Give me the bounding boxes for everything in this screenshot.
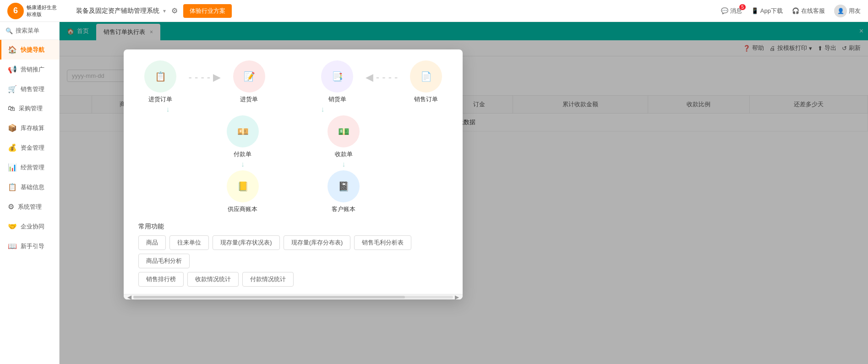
logo-icon: 6 (7, 3, 24, 19)
modal-content: 📋 进货订单 - - - - ▶ 📝 (124, 49, 463, 294)
service-icon: 🎧 (792, 7, 799, 14)
flow-sales-order-node[interactable]: 📄 销售订单 (410, 60, 442, 103)
flow-purchase-order[interactable]: 📋 进货订单 (144, 60, 176, 103)
online-service-button[interactable]: 🎧 在线客服 (792, 7, 825, 15)
func-btn-stock-dist[interactable]: 现存量(库存分布表) (284, 235, 351, 250)
sidebar-item-sales[interactable]: 🛒 销售管理 (0, 79, 59, 99)
app-container: 6 畅康通好生意 标准版 装备及固定资产辅助管理系统 ▾ ⚙ 体验行业方案 💬 … (0, 0, 868, 364)
content-area: 🏠 首页 销售订单执行表 × × ❓ 帮助 🖨 按模板打印 ▾ (60, 22, 868, 364)
settings-icon[interactable]: ⚙ (171, 6, 178, 15)
flow-receipt-bill[interactable]: 💵 收款单 (328, 115, 360, 158)
marketing-icon: 📢 (8, 65, 17, 74)
func-btn-partners[interactable]: 往来单位 (169, 235, 209, 250)
flow-customer-ledger[interactable]: 📓 客户账本 (328, 170, 360, 213)
svg-text:💵: 💵 (338, 126, 349, 137)
flow-row-3: 📒 供应商账本 📓 客户账本 (138, 170, 448, 213)
payment-bill-circle: 💴 (227, 115, 259, 147)
func-btn-receipt-stats[interactable]: 收款情况统计 (187, 272, 239, 287)
top-right-actions: 💬 消息 5 📱 App下载 🎧 在线客服 👤 用友 (721, 5, 861, 17)
user-menu-button[interactable]: 👤 用友 (834, 5, 861, 17)
func-buttons-row1: 商品 往来单位 现存量(库存状况表) 现存量(库存分布表) 销售毛利分析表 商品… (138, 235, 448, 268)
func-btn-sales-rank[interactable]: 销售排行榜 (138, 272, 184, 287)
flow-sales-bill[interactable]: 📑 销货单 (321, 60, 353, 103)
receipt-bill-label: 收款单 (335, 150, 353, 158)
inventory-icon: 📦 (8, 124, 17, 132)
arrow-down-1: ↓ (152, 105, 184, 114)
scrollbar-left-arrow[interactable]: ◀ (126, 294, 133, 300)
func-btn-product-profit[interactable]: 商品毛利分析 (138, 254, 190, 268)
main-area: 🔍 搜索菜单 🏠 快捷导航 📢 营销推广 🛒 销售管理 🛍 采购管理 📦 (0, 22, 868, 364)
func-btn-payment-stats[interactable]: 付款情况统计 (242, 272, 294, 287)
purchase-order-label: 进货订单 (148, 95, 172, 103)
sidebar-search[interactable]: 🔍 搜索菜单 (0, 22, 59, 40)
func-btn-product[interactable]: 商品 (138, 235, 166, 250)
sidebar-item-system[interactable]: ⚙ 系统管理 (0, 197, 59, 217)
system-dropdown-icon[interactable]: ▾ (163, 8, 166, 14)
scrollbar-track[interactable] (133, 296, 453, 299)
customer-ledger-label: 客户账本 (332, 205, 355, 213)
svg-text:📒: 📒 (237, 181, 248, 192)
scrollbar-right-arrow[interactable]: ▶ (453, 294, 461, 300)
svg-text:📝: 📝 (243, 71, 255, 82)
modal-scrollbar[interactable]: ◀ ▶ (124, 294, 463, 299)
purchase-bill-circle: 📝 (233, 60, 265, 92)
sidebar-item-operations[interactable]: 📊 经营管理 (0, 158, 59, 177)
svg-text:📓: 📓 (338, 181, 349, 192)
sidebar-item-quick-nav[interactable]: 🏠 快捷导航 (0, 40, 59, 60)
basic-info-icon: 📋 (8, 183, 17, 191)
purchase-order-circle: 📋 (144, 60, 176, 92)
func-btn-sales-profit[interactable]: 销售毛利分析表 (354, 235, 411, 250)
sidebar-item-finance[interactable]: 💰 资金管理 (0, 138, 59, 158)
common-functions: 常用功能 商品 往来单位 现存量(库存状况表) 现存量(库存分布表) 销售毛利分… (138, 223, 448, 287)
flow-purchase-bill[interactable]: 📝 进货单 (233, 60, 265, 103)
flow-modal: 📋 进货订单 - - - - ▶ 📝 (124, 49, 463, 299)
payment-bill-label: 付款单 (234, 150, 251, 158)
flow-diagram: 📋 进货订单 - - - - ▶ 📝 (138, 60, 448, 213)
message-badge: 5 (739, 4, 746, 10)
receipt-bill-circle: 💵 (328, 115, 360, 147)
func-btn-stock-status[interactable]: 现存量(库存状况表) (213, 235, 280, 250)
sales-bill-label: 销货单 (328, 95, 346, 103)
arrow-down-3: ↓ (227, 160, 259, 168)
sidebar-item-basic-info[interactable]: 📋 基础信息 (0, 177, 59, 197)
arrow-right-1: - - - - ▶ (189, 71, 221, 83)
enterprise-icon: 🤝 (8, 222, 17, 231)
trial-button[interactable]: 体验行业方案 (183, 4, 232, 18)
flow-payment-bill[interactable]: 💴 付款单 (227, 115, 259, 158)
down-arrows-row: ↓ ↓ (138, 105, 448, 114)
search-icon: 🔍 (5, 27, 13, 34)
common-functions-title: 常用功能 (138, 223, 448, 231)
sidebar-item-marketing[interactable]: 📢 营销推广 (0, 60, 59, 79)
finance-icon: 💰 (8, 143, 17, 152)
sidebar-item-purchase[interactable]: 🛍 采购管理 (0, 99, 59, 118)
message-icon: 💬 (721, 7, 728, 14)
purchase-bill-label: 进货单 (240, 95, 258, 103)
message-button[interactable]: 💬 消息 5 (721, 7, 742, 15)
modal-overlay[interactable]: 📋 进货订单 - - - - ▶ 📝 (60, 22, 868, 364)
flow-row-2: 💴 付款单 💵 收款单 (138, 115, 448, 158)
app-download-button[interactable]: 📱 App下载 (751, 7, 783, 15)
sidebar-item-inventory[interactable]: 📦 库存核算 (0, 118, 59, 138)
sidebar-item-guide[interactable]: 📖 新手引导 (0, 236, 59, 256)
top-bar: 6 畅康通好生意 标准版 装备及固定资产辅助管理系统 ▾ ⚙ 体验行业方案 💬 … (0, 0, 868, 22)
sales-order-node-label: 销售订单 (414, 95, 438, 103)
customer-ledger-circle: 📓 (328, 170, 360, 202)
svg-text:📋: 📋 (155, 71, 166, 82)
func-buttons-row2: 销售排行榜 收款情况统计 付款情况统计 (138, 272, 448, 287)
logo-text: 畅康通好生意 标准版 (27, 4, 57, 17)
sales-icon: 🛒 (8, 85, 17, 93)
arrow-left-1: ◀ - - - - (366, 71, 398, 83)
purchase-icon: 🛍 (8, 104, 15, 113)
system-name-label: 装备及固定资产辅助管理系统 (76, 7, 159, 15)
flow-supplier-ledger[interactable]: 📒 供应商账本 (227, 170, 259, 213)
sidebar-item-enterprise[interactable]: 🤝 企业协同 (0, 217, 59, 236)
user-avatar: 👤 (834, 5, 847, 17)
home-icon: 🏠 (8, 45, 17, 54)
arrow-down-4: ↓ (328, 160, 360, 168)
operations-icon: 📊 (8, 163, 17, 172)
down-arrows-row2: ↓ ↓ (138, 160, 448, 168)
svg-text:📄: 📄 (420, 71, 431, 82)
system-title: 装备及固定资产辅助管理系统 ▾ (76, 7, 166, 15)
scrollbar-thumb (133, 296, 405, 299)
svg-text:💴: 💴 (237, 126, 248, 137)
